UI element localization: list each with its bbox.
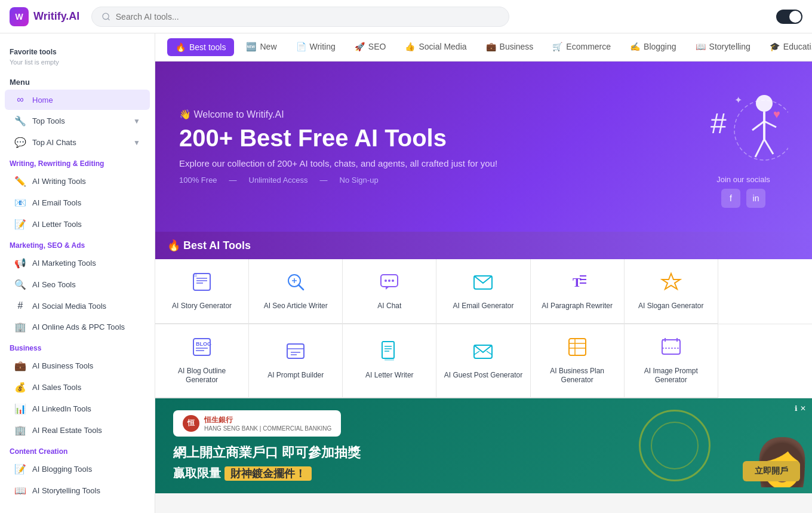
sidebar-item-ai-writing-tools[interactable]: ✏️ AI Writing Tools (5, 171, 150, 192)
tool-card-ai-paragraph[interactable]: T AI Paragraph Rewriter (531, 259, 625, 324)
tab-social-emoji: 👍 (405, 42, 415, 51)
home-label: Home (32, 96, 140, 105)
ad-cta-button[interactable]: 立即開戶 (743, 461, 800, 481)
tab-social-media[interactable]: 👍 Social Media (395, 33, 476, 61)
hero-badge-unlimited: Unlimited Access (249, 176, 308, 185)
tool-card-ai-image-prompt[interactable]: AI Image Prompt Generator (625, 324, 718, 398)
ad-close-button[interactable]: ℹ ✕ (795, 404, 806, 413)
tab-ecommerce[interactable]: 🛒 Ecommerce (543, 33, 620, 61)
writing-section-title: Writing, Rewriting & Editing (0, 153, 155, 170)
tab-best-tools-emoji: 🔥 (176, 42, 186, 52)
ai-story-icon (191, 271, 213, 297)
sidebar-item-ai-seo-tools[interactable]: 🔍 AI Seo Tools (5, 274, 150, 295)
tab-best-tools[interactable]: 🔥 Best tools (167, 38, 234, 56)
linkedin-icon[interactable]: in (746, 189, 765, 208)
ai-paragraph-label: AI Paragraph Rewriter (542, 302, 613, 311)
content-section-title: Content Creation (0, 441, 155, 458)
svg-marker-30 (662, 274, 680, 289)
ai-marketing-tools-label: AI Marketing Tools (32, 259, 140, 268)
ai-real-estate-tools-label: AI Real Estate Tools (32, 426, 140, 435)
svg-line-8 (764, 139, 773, 154)
sidebar-item-ai-linkedin-tools[interactable]: 📊 AI LinkedIn Tools (5, 398, 150, 419)
ai-business-tools-label: AI Business Tools (32, 361, 140, 370)
sidebar-item-ai-online-ads-tools[interactable]: 🏢 AI Online Ads & PPC Tools (5, 317, 150, 337)
ad-info-icon: ℹ (795, 404, 798, 413)
svg-text:✦: ✦ (734, 95, 742, 105)
search-input[interactable] (116, 12, 500, 21)
social-icons: f in (699, 189, 788, 208)
logo-text: Writify.AI (33, 10, 79, 23)
sidebar-item-ai-blogging-tools[interactable]: 📝 AI Blogging Tools (5, 459, 150, 480)
ai-blog-outline-label: AI Blog Outline Generator (161, 367, 242, 385)
sidebar-item-home[interactable]: ∞ Home (5, 90, 150, 110)
blogging-tools-icon: 📝 (14, 463, 26, 475)
tab-seo-label: SEO (368, 42, 386, 51)
svg-point-3 (756, 95, 773, 112)
svg-rect-35 (287, 344, 304, 358)
sidebar-item-ai-storytelling-tools[interactable]: 📖 AI Storytelling Tools (5, 480, 150, 501)
svg-point-22 (385, 279, 387, 282)
tool-card-ai-prompt-builder[interactable]: AI Prompt Builder (249, 324, 343, 398)
tool-card-ai-story[interactable]: AI Story Generator (155, 259, 249, 324)
ai-seo-tools-label: AI Seo Tools (32, 280, 140, 289)
svg-point-24 (392, 279, 394, 282)
tab-ecommerce-label: Ecommerce (566, 42, 611, 51)
hero-badge-sep1: — (229, 176, 237, 185)
tool-card-ai-slogan[interactable]: AI Slogan Generator (625, 259, 718, 324)
svg-text:BLOG: BLOG (196, 341, 211, 347)
tab-new-emoji: 🆕 (246, 42, 256, 51)
sidebar-item-ai-real-estate-tools[interactable]: 🏢 AI Real Estate Tools (5, 420, 150, 441)
tab-writing[interactable]: 📄 Writing (287, 33, 345, 61)
tool-card-ai-guest-post[interactable]: AI Guest Post Generator (436, 324, 530, 398)
tab-blogging[interactable]: ✍️ Blogging (620, 33, 686, 61)
tab-business[interactable]: 💼 Business (476, 33, 543, 61)
business-tools-icon: 💼 (14, 360, 26, 371)
tool-card-ai-chat[interactable]: AI Chat (343, 259, 436, 324)
tab-new[interactable]: 🆕 New (236, 33, 286, 61)
tab-storytelling-label: Storytelling (709, 42, 751, 51)
dark-mode-toggle[interactable] (776, 10, 802, 24)
hero-section: 👋 Welcome to Writify.AI 200+ Best Free A… (155, 62, 812, 232)
tab-storytelling[interactable]: 📖 Storytelling (686, 33, 760, 61)
top-tools-label: Top Tools (32, 116, 127, 125)
tool-card-ai-business-plan[interactable]: AI Business Plan Generator (531, 324, 625, 398)
svg-text:♥: ♥ (773, 107, 780, 121)
facebook-icon[interactable]: f (721, 189, 740, 208)
ai-email-tools-label: AI Email Tools (32, 198, 140, 207)
business-section-title: Business (0, 338, 155, 355)
tab-seo-emoji: 🚀 (355, 42, 365, 51)
tab-seo[interactable]: 🚀 SEO (345, 33, 396, 61)
tab-new-label: New (260, 42, 276, 51)
real-estate-tools-icon: 🏢 (14, 425, 26, 436)
tool-card-ai-email[interactable]: AI Email Generator (436, 259, 530, 324)
ai-linkedin-tools-label: AI LinkedIn Tools (32, 404, 140, 413)
sidebar-item-ai-email-tools[interactable]: 📧 AI Email Tools (5, 192, 150, 213)
sidebar-item-ai-letter-tools[interactable]: 📝 AI Letter Tools (5, 214, 150, 235)
hero-illustration: # ♥ ✦ (699, 85, 788, 175)
search-icon (102, 12, 110, 21)
tab-storytelling-emoji: 📖 (696, 42, 706, 51)
svg-point-23 (388, 279, 390, 282)
sidebar-item-top-ai-chats[interactable]: 💬 Top AI Chats ▼ (5, 132, 150, 153)
sidebar-item-ai-social-media-tools[interactable]: # AI Social Media Tools (5, 296, 150, 316)
ai-paragraph-icon: T (567, 271, 588, 297)
ai-slogan-label: AI Slogan Generator (638, 302, 703, 311)
tool-card-ai-blog-outline[interactable]: BLOG AI Blog Outline Generator (155, 324, 249, 398)
marketing-tools-icon: 📢 (14, 257, 26, 269)
sidebar-item-ai-sales-tools[interactable]: 💰 AI Sales Tools (5, 377, 150, 398)
sidebar-item-ai-business-tools[interactable]: 💼 AI Business Tools (5, 355, 150, 376)
email-tools-icon: 📧 (14, 197, 26, 208)
logo-icon: W (10, 7, 29, 26)
hero-social-label: Join our socials (699, 175, 788, 184)
sidebar-item-ai-marketing-tools[interactable]: 📢 AI Marketing Tools (5, 253, 150, 274)
tool-card-ai-seo-article[interactable]: AI Seo Article Writer (249, 259, 343, 324)
ai-business-plan-label: AI Business Plan Generator (537, 367, 618, 385)
tool-card-ai-letter-writer[interactable]: AI Letter Writer (343, 324, 436, 398)
top-ai-chats-label: Top AI Chats (32, 138, 127, 147)
logo[interactable]: W Writify.AI (10, 7, 79, 26)
tab-education[interactable]: 🎓 Educati... (760, 33, 812, 61)
ai-seo-article-label: AI Seo Article Writer (264, 302, 328, 311)
svg-text:#: # (710, 107, 727, 139)
svg-line-1 (108, 18, 110, 20)
sidebar-item-top-tools[interactable]: 🔧 Top Tools ▼ (5, 110, 150, 131)
